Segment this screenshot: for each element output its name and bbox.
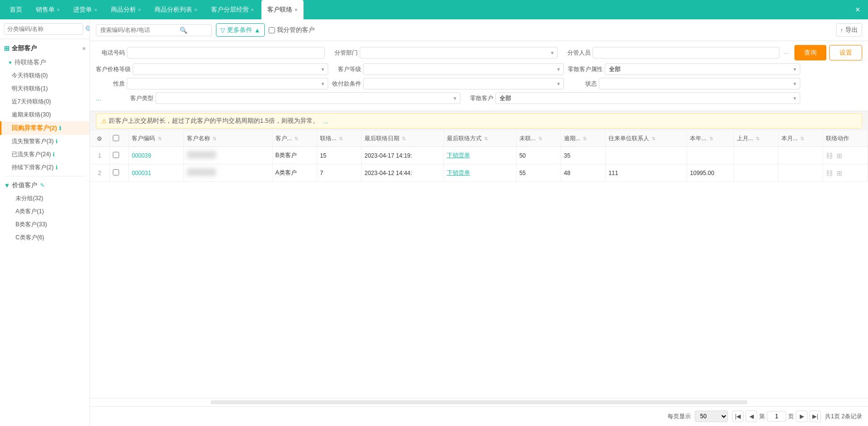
- sidebar-group-pending[interactable]: ▼ 待联络客户: [0, 56, 90, 69]
- customer-type-select[interactable]: [155, 92, 460, 104]
- customer-level-select[interactable]: [363, 63, 564, 75]
- col-code[interactable]: 客户编码 ⇅: [129, 131, 183, 147]
- nav-item-home[interactable]: 首页: [4, 0, 28, 19]
- horizontal-scrollbar[interactable]: [211, 400, 747, 404]
- nav-item-customer-contact[interactable]: 客户联络 ×: [261, 0, 303, 19]
- sort-icon-name: ⇅: [213, 136, 216, 141]
- sort-icon-this-month: ⇅: [800, 136, 804, 141]
- row-checkbox[interactable]: [109, 147, 129, 164]
- col-name[interactable]: 客户名称 ⇅: [183, 131, 272, 147]
- filter-icon: ▽: [220, 27, 225, 34]
- sidebar-item-7days[interactable]: 近7天待联络(0): [0, 95, 90, 108]
- sort-icon-overdue: ⇅: [583, 136, 587, 141]
- close-sales-icon[interactable]: ×: [57, 7, 60, 13]
- more-dots-btn[interactable]: ...: [96, 95, 101, 102]
- retail-attr-select[interactable]: 全部: [605, 63, 800, 75]
- select-all-checkbox[interactable]: [113, 135, 119, 141]
- settings-btn[interactable]: 设置: [829, 45, 862, 60]
- table-header-row: ⚙ 客户编码 ⇅ 客户名称 ⇅ 客户... ⇅ 联络... ⇅ 最后联络日期 ⇅…: [90, 131, 868, 147]
- next-page-btn[interactable]: ▶: [796, 411, 807, 422]
- row-last-method[interactable]: 下销货单: [443, 164, 516, 182]
- sort-icon-person: ⇅: [652, 136, 655, 141]
- tooltip-dots[interactable]: ...: [323, 118, 328, 125]
- sidebar-all-customers[interactable]: ⊞ 全部客户 «: [0, 41, 90, 56]
- col-this-year[interactable]: 本年... ⇅: [687, 131, 733, 147]
- sidebar-item-repurchase-abnormal[interactable]: 回购异常客户(2) ℹ: [0, 121, 90, 135]
- row-code[interactable]: 000039: [129, 147, 183, 164]
- nav-item-product-list[interactable]: 商品分析列表 ×: [149, 0, 203, 19]
- row-last-method[interactable]: 下销货单: [443, 147, 516, 164]
- payment-select[interactable]: [363, 78, 564, 89]
- nav-item-customer-segment[interactable]: 客户分层经营 ×: [205, 0, 259, 19]
- col-contact-count[interactable]: 联络... ⇅: [317, 131, 361, 147]
- sidebar-item-declining[interactable]: 持续下滑客户(2) ℹ: [0, 161, 90, 174]
- retail-select[interactable]: 全部: [495, 92, 800, 104]
- query-btn[interactable]: 查询: [794, 45, 826, 60]
- manager-more-icon[interactable]: ···: [781, 49, 791, 57]
- filter-field-customer-type: 客户类型: [124, 92, 460, 104]
- sidebar-search-input[interactable]: [4, 23, 83, 35]
- row-code[interactable]: 000031: [129, 164, 183, 182]
- sidebar-item-loss-warning[interactable]: 流失预警客户(3) ℹ: [0, 135, 90, 148]
- row-action: ⛓ ⊞: [822, 164, 868, 182]
- col-checkbox[interactable]: [109, 131, 129, 147]
- dept-select[interactable]: [360, 47, 558, 59]
- close-product-analysis-icon[interactable]: ×: [138, 7, 141, 13]
- nav-item-sales[interactable]: 销售单 ×: [30, 0, 65, 19]
- col-overdue[interactable]: 逾期... ⇅: [561, 131, 605, 147]
- filter-field-retail-attr: 零散客户属性 全部: [568, 63, 800, 75]
- close-customer-contact-icon[interactable]: ×: [294, 7, 297, 13]
- close-product-list-icon[interactable]: ×: [194, 7, 197, 13]
- col-last-month[interactable]: 上月... ⇅: [733, 131, 778, 147]
- manager-input[interactable]: [593, 47, 779, 59]
- sidebar-item-b-class[interactable]: B类客户(33): [0, 218, 90, 231]
- last-page-btn[interactable]: ▶|: [809, 411, 821, 422]
- sidebar-item-overdue[interactable]: 逾期未联络(30): [0, 108, 90, 121]
- close-all-icon[interactable]: ×: [851, 5, 864, 15]
- col-type[interactable]: 客户... ⇅: [272, 131, 317, 147]
- filter-search-input[interactable]: [100, 27, 178, 33]
- gender-select[interactable]: [127, 78, 328, 89]
- table-settings-icon[interactable]: ⚙: [90, 131, 109, 147]
- row-checkbox[interactable]: [109, 164, 129, 182]
- nav-item-product-analysis[interactable]: 商品分析 ×: [105, 0, 147, 19]
- my-customers-check[interactable]: [269, 27, 275, 33]
- col-contact-person[interactable]: 往来单位联系人 ⇅: [605, 131, 686, 147]
- sidebar-item-today[interactable]: 今天待联络(0): [0, 69, 90, 82]
- customers-table: ⚙ 客户编码 ⇅ 客户名称 ⇅ 客户... ⇅ 联络... ⇅ 最后联络日期 ⇅…: [90, 131, 868, 182]
- close-customer-segment-icon[interactable]: ×: [251, 7, 254, 13]
- link-action-icon[interactable]: ⛓: [826, 152, 833, 160]
- status-select[interactable]: [599, 78, 800, 89]
- sidebar-group-value[interactable]: ▼ 价值客户 ✎: [0, 178, 90, 192]
- chevron-up-icon: ▲: [254, 27, 260, 34]
- page-number-input[interactable]: [767, 411, 786, 422]
- price-level-select[interactable]: [133, 63, 328, 75]
- filter-search-icon[interactable]: 🔍: [180, 27, 187, 34]
- first-page-btn[interactable]: |◀: [732, 411, 744, 422]
- close-purchase-icon[interactable]: ×: [94, 7, 97, 13]
- nav-item-purchase[interactable]: 进货单 ×: [67, 0, 103, 19]
- per-page-select[interactable]: 50 20 100: [695, 411, 728, 422]
- export-btn[interactable]: ↑ 导出: [836, 23, 863, 37]
- pagination: |◀ ◀ 第 页 ▶ ▶|: [732, 411, 821, 422]
- sidebar-item-tomorrow[interactable]: 明天待联络(1): [0, 82, 90, 95]
- phone-input[interactable]: [127, 47, 325, 59]
- prev-page-btn[interactable]: ◀: [746, 411, 757, 422]
- col-this-month[interactable]: 本月... ⇅: [778, 131, 822, 147]
- col-last-date[interactable]: 最后联络日期 ⇅: [362, 131, 444, 147]
- sidebar-item-c-class[interactable]: C类客户(6): [0, 231, 90, 244]
- sidebar-item-ungroup[interactable]: 未分组(32): [0, 192, 90, 205]
- sidebar-item-lost[interactable]: 已流失客户(24) ℹ: [0, 148, 90, 161]
- sidebar-collapse-icon[interactable]: «: [82, 45, 86, 52]
- link-action-icon[interactable]: ⛓: [826, 169, 833, 177]
- more-conditions-btn[interactable]: ▽ 更多条件 ▲: [216, 23, 265, 37]
- grid-action-icon[interactable]: ⊞: [837, 152, 842, 160]
- col-last-method[interactable]: 最后联络方式 ⇅: [443, 131, 516, 147]
- my-customers-checkbox[interactable]: 我分管的客户: [269, 26, 315, 34]
- col-uncontacted[interactable]: 未联... ⇅: [516, 131, 561, 147]
- sidebar-item-a-class[interactable]: A类客户(1): [0, 205, 90, 218]
- edit-icon[interactable]: ✎: [40, 182, 45, 189]
- row-last-date: 2023-04-12 14:44:: [362, 164, 444, 182]
- grid-action-icon[interactable]: ⊞: [837, 169, 842, 177]
- sidebar-search-icon[interactable]: 🔍: [85, 26, 90, 33]
